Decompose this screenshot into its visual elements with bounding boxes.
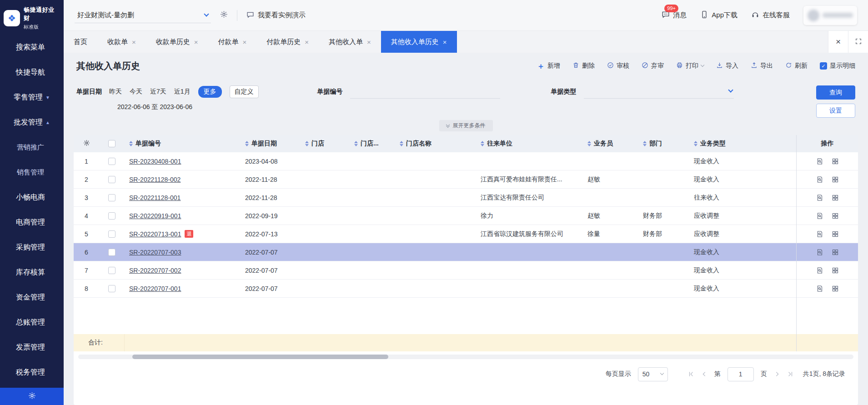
sidebar-settings-button[interactable] [0, 388, 64, 405]
row-checkbox[interactable] [108, 267, 115, 274]
column-header-store[interactable]: 门店 [311, 140, 324, 148]
sidebar-item[interactable]: 采购管理 [0, 235, 64, 260]
tab-close-icon[interactable]: × [305, 39, 309, 45]
refresh-button[interactable]: 刷新 [785, 62, 808, 70]
online-service-button[interactable]: 在线客服 [751, 10, 790, 20]
table-row[interactable]: 3 SR-20221128-001 2022-11-28 江西宝达有限责任公司 [74, 189, 858, 207]
sidebar-item[interactable]: 搜索菜单 [0, 35, 64, 60]
related-docs-icon[interactable] [832, 285, 839, 292]
view-doc-icon[interactable] [816, 285, 823, 292]
related-docs-icon[interactable] [832, 267, 839, 274]
sidebar-item[interactable]: 资金管理 [0, 285, 64, 310]
column-header-department[interactable]: 部门 [649, 140, 662, 148]
table-row[interactable]: 6 SR-20220707-003 2022-07-07 现 [74, 243, 858, 261]
sidebar-item[interactable]: 批发管理 ▲ [0, 110, 64, 135]
related-docs-icon[interactable] [832, 158, 839, 165]
date-option[interactable]: 自定义 [230, 85, 259, 98]
row-checkbox[interactable] [108, 230, 115, 238]
doc-no-link[interactable]: SR-20221128-001 [129, 194, 181, 201]
tab[interactable]: 其他收入单历史 × [381, 31, 457, 53]
sort-icon[interactable] [354, 141, 358, 146]
view-doc-icon[interactable] [816, 212, 823, 220]
date-option[interactable]: 近7天 [150, 88, 166, 96]
table-row[interactable]: 1 SR-20230408-001 2023-04-08 现 [74, 152, 858, 170]
unaudit-button[interactable]: 弃审 [642, 62, 664, 70]
column-header-doc-date[interactable]: 单据日期 [251, 140, 277, 148]
related-docs-icon[interactable] [832, 194, 839, 201]
doc-no-input[interactable] [350, 88, 500, 99]
last-page-button[interactable] [787, 371, 793, 377]
view-doc-icon[interactable] [816, 249, 823, 256]
table-row[interactable]: 7 SR-20220707-002 2022-07-07 现 [74, 261, 858, 280]
close-tabs-button[interactable]: × [828, 31, 848, 53]
date-option[interactable]: 更多 [198, 86, 222, 98]
column-header-partner[interactable]: 往来单位 [487, 140, 512, 148]
date-option[interactable]: 昨天 [109, 88, 122, 96]
add-button[interactable]: ＋ 新增 [537, 62, 560, 70]
demo-link[interactable]: 我要看实例演示 [246, 11, 306, 20]
column-header-biz-type[interactable]: 业务类型 [700, 140, 726, 148]
expand-more-button[interactable]: 展开更多条件 [439, 120, 493, 131]
export-button[interactable]: 导出 [751, 62, 773, 70]
view-doc-icon[interactable] [816, 194, 823, 201]
tab-close-icon[interactable]: × [367, 39, 371, 45]
doc-no-link[interactable]: SR-20220713-001 [129, 230, 181, 238]
tab-close-icon[interactable]: × [243, 39, 247, 45]
app-download-button[interactable]: App下载 [700, 10, 738, 20]
delete-button[interactable]: 删除 [572, 62, 595, 70]
per-page-select[interactable]: 50 [638, 367, 668, 381]
row-checkbox[interactable] [108, 158, 115, 165]
column-header-store-name[interactable]: 门店名称 [406, 140, 431, 148]
messages-button[interactable]: 99+ 消息 [662, 10, 687, 20]
related-docs-icon[interactable] [832, 212, 839, 220]
date-range[interactable]: 2022-06-06 至 2023-06-06 [117, 103, 266, 111]
doc-no-link[interactable]: SR-20220919-001 [129, 212, 181, 220]
sidebar-item[interactable]: 快捷导航 [0, 60, 64, 85]
sidebar-item[interactable]: 电商管理 [0, 210, 64, 235]
doc-no-link[interactable]: SR-20220707-002 [129, 267, 181, 274]
view-doc-icon[interactable] [816, 230, 823, 238]
horizontal-scrollbar[interactable] [78, 355, 853, 359]
org-selector[interactable]: 好业财测试-量勿删 [75, 8, 211, 23]
column-header-store-code[interactable]: 门店... [361, 140, 379, 148]
view-doc-icon[interactable] [816, 158, 823, 165]
table-row[interactable]: 4 SR-20220919-001 2022-09-19 徐力 赵敏 财务部 [74, 207, 858, 225]
import-button[interactable]: 导入 [716, 62, 738, 70]
doc-type-select[interactable] [584, 88, 734, 99]
query-button[interactable]: 查询 [816, 85, 855, 100]
select-all-checkbox[interactable] [108, 140, 115, 147]
date-option[interactable]: 今天 [130, 88, 142, 96]
row-checkbox[interactable] [108, 194, 115, 201]
scrollbar-thumb[interactable] [132, 355, 388, 359]
doc-no-link[interactable]: SR-20221128-002 [129, 176, 181, 183]
sort-icon[interactable] [481, 141, 484, 146]
view-doc-icon[interactable] [816, 267, 823, 274]
row-checkbox[interactable] [108, 212, 115, 220]
sort-icon[interactable] [587, 141, 591, 146]
sort-icon[interactable] [400, 141, 403, 146]
view-doc-icon[interactable] [816, 176, 823, 183]
sort-icon[interactable] [694, 141, 697, 146]
table-row[interactable]: 5 SR-20220713-001 退 2022-07-13 江西省琼汉建筑服务… [74, 225, 858, 243]
sidebar-item[interactable]: 营销推广 [0, 135, 64, 160]
related-docs-icon[interactable] [832, 230, 839, 238]
filter-settings-button[interactable]: 设置 [816, 104, 855, 118]
sidebar-item[interactable]: 零售管理 ▼ [0, 85, 64, 110]
row-checkbox[interactable] [108, 176, 115, 183]
sort-icon[interactable] [305, 141, 309, 146]
tab[interactable]: 收款单历史 × [146, 31, 208, 53]
date-option[interactable]: 近1月 [174, 88, 191, 96]
row-checkbox[interactable] [108, 285, 115, 292]
show-detail-toggle[interactable]: ✓ 显示明细 [820, 62, 855, 70]
sidebar-item[interactable]: 小畅电商 [0, 185, 64, 210]
next-page-button[interactable] [774, 371, 780, 377]
tab-close-icon[interactable]: × [132, 39, 136, 45]
tab[interactable]: 首页 × [64, 31, 97, 53]
row-checkbox[interactable] [108, 249, 115, 256]
sort-icon[interactable] [643, 141, 647, 146]
sort-icon[interactable] [245, 141, 249, 146]
tab[interactable]: 收款单 × [97, 31, 146, 53]
doc-no-link[interactable]: SR-20220707-001 [129, 285, 181, 292]
doc-no-link[interactable]: SR-20230408-001 [129, 158, 181, 165]
prev-page-button[interactable] [701, 371, 707, 377]
